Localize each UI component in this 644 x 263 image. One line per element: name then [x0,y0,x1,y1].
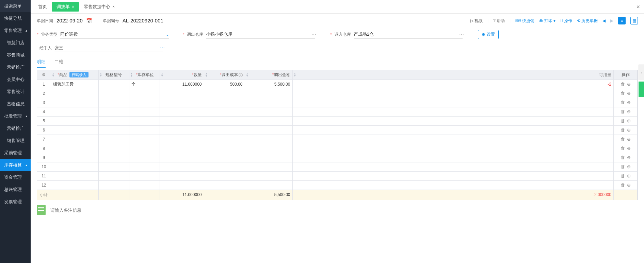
cell-out-cost[interactable] [204,153,245,162]
print-button[interactable]: 🖶 打印 ▾ [539,18,556,24]
note-input[interactable] [50,208,187,213]
delete-icon[interactable]: 🗑 [621,137,625,142]
tab-transfer[interactable]: 调拨单× [52,2,79,12]
sidebar-item-retail-stats[interactable]: 零售统计 [0,86,31,98]
prev-button[interactable]: ◀ [602,18,606,23]
card-view-button[interactable]: ▦ [630,17,638,24]
cell-unit[interactable] [129,171,160,180]
help-button[interactable]: ? 帮助 [493,18,505,24]
list-view-button[interactable]: ≡ [618,17,626,24]
cell-available[interactable] [292,135,614,144]
calendar-icon[interactable]: 📅 [86,18,92,23]
close-all-icon[interactable]: × [636,3,640,11]
cell-spec[interactable] [98,116,129,125]
drawer-tab-1[interactable]: ‹ [639,65,644,80]
delete-icon[interactable]: 🗑 [621,127,625,133]
sort-icon[interactable]: ▴▾ [161,72,163,77]
more-icon[interactable]: ⋯ [311,32,317,37]
cell-spec[interactable] [98,80,129,89]
delete-icon[interactable]: 🗑 [621,82,625,87]
cell-qty[interactable] [160,107,204,116]
sidebar-item-retail[interactable]: 零售管理▴ [0,24,31,37]
sort-icon[interactable]: ▴▾ [100,72,102,77]
cell-qty[interactable] [160,135,204,144]
shortcut-button[interactable]: ⌨ 快捷键 [515,18,534,24]
cell-available[interactable] [292,180,614,190]
cell-out-amount[interactable] [245,89,292,98]
delete-icon[interactable]: 🗑 [621,146,625,151]
cell-product[interactable]: 组装加工费 [51,80,98,89]
cell-product[interactable] [51,125,98,135]
tab-retail-data[interactable]: 零售数据中心× [79,2,119,12]
sidebar-item-finance[interactable]: 资金管理 [0,171,31,183]
table-row[interactable]: 12🗑⊕ [37,180,638,190]
cell-available[interactable] [292,98,614,107]
close-icon[interactable]: × [72,2,74,12]
cell-available[interactable]: -2 [292,80,614,89]
cell-product[interactable] [51,162,98,171]
delete-icon[interactable]: 🗑 [621,173,625,178]
table-row[interactable]: 7🗑⊕ [37,135,638,144]
cell-qty[interactable] [160,98,204,107]
sidebar-item-member[interactable]: 会员中心 [0,73,31,86]
table-row[interactable]: 5🗑⊕ [37,116,638,125]
add-icon[interactable]: ⊕ [627,182,631,188]
info-icon[interactable]: ? [239,73,243,77]
cell-qty[interactable] [160,171,204,180]
cell-out-amount[interactable] [245,98,292,107]
subtab-2d[interactable]: 二维 [54,57,63,68]
cell-out-amount[interactable] [245,107,292,116]
table-row[interactable]: 1组装加工费个11.000000500.005,500.00-2🗑⊕ [37,80,638,89]
cell-spec[interactable] [98,162,129,171]
operate-button[interactable]: ⁝⁝ 操作 [560,18,572,24]
cell-out-cost[interactable]: 500.00 [204,80,245,89]
cell-unit[interactable] [129,180,160,190]
in-wh-input[interactable] [354,31,463,39]
cell-product[interactable] [51,171,98,180]
cell-unit[interactable] [129,116,160,125]
cell-out-cost[interactable] [204,89,245,98]
cell-unit[interactable] [129,153,160,162]
cell-out-cost[interactable] [204,135,245,144]
sort-icon[interactable]: ▴▾ [52,72,54,77]
cell-spec[interactable] [98,89,129,98]
table-row[interactable]: 2🗑⊕ [37,89,638,98]
table-row[interactable]: 10🗑⊕ [37,162,638,171]
cell-out-amount[interactable] [245,135,292,144]
cell-unit[interactable] [129,135,160,144]
cell-available[interactable] [292,125,614,135]
delete-icon[interactable]: 🗑 [621,100,625,105]
table-row[interactable]: 8🗑⊕ [37,144,638,153]
cell-spec[interactable] [98,135,129,144]
chevron-down-icon[interactable]: ⌄ [166,32,169,37]
cell-unit[interactable] [129,162,160,171]
delete-icon[interactable]: 🗑 [621,118,625,123]
sort-icon[interactable]: ▴▾ [206,72,207,77]
table-row[interactable]: 3🗑⊕ [37,98,638,107]
gear-icon[interactable]: ⚙ [42,72,46,77]
cell-spec[interactable] [98,153,129,162]
cell-out-amount[interactable]: 5,500.00 [245,80,292,89]
cell-out-amount[interactable] [245,153,292,162]
cell-product[interactable] [51,89,98,98]
sidebar-item-sales-mgmt[interactable]: 销售管理 [0,135,31,147]
sidebar-item-marketing[interactable]: 营销推广 [0,61,31,73]
cell-unit[interactable] [129,125,160,135]
cell-out-amount[interactable] [245,162,292,171]
cell-qty[interactable]: 11.000000 [160,80,204,89]
out-wh-input[interactable] [206,31,315,39]
cell-product[interactable] [51,98,98,107]
cell-product[interactable] [51,107,98,116]
cell-available[interactable] [292,89,614,98]
table-row[interactable]: 4🗑⊕ [37,107,638,116]
cell-out-amount[interactable] [245,180,292,190]
sidebar-item-search-menu[interactable]: 搜索菜单 [0,0,31,12]
cell-out-cost[interactable] [204,125,245,135]
sidebar-item-purchase[interactable]: 采购管理 [0,147,31,159]
tab-home[interactable]: 首页 [33,2,52,12]
subtab-detail[interactable]: 明细 [37,57,46,68]
sidebar-item-retail-mall[interactable]: 零售商城 [0,49,31,61]
cell-available[interactable] [292,107,614,116]
add-icon[interactable]: ⊕ [627,146,631,151]
add-icon[interactable]: ⊕ [627,82,631,87]
